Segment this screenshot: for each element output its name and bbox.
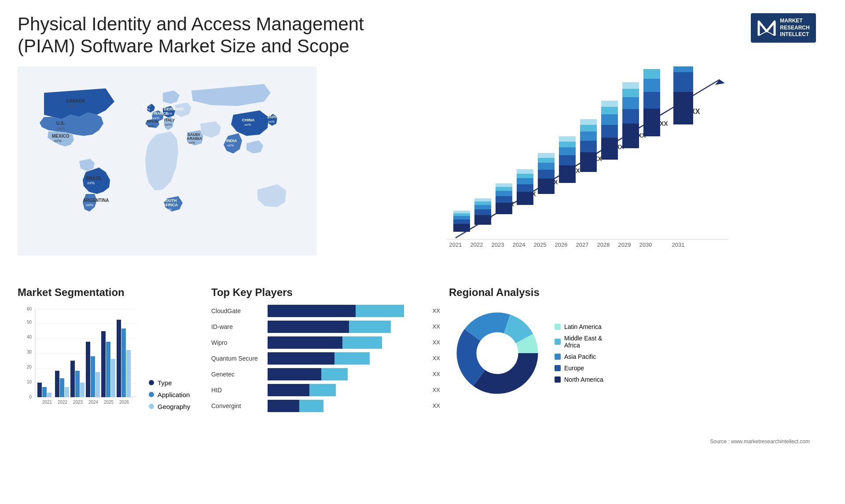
regional-title: Regional Analysis — [449, 286, 827, 299]
latin-dot — [555, 324, 561, 330]
year-2027: 2027 — [576, 241, 589, 248]
svg-rect-23 — [474, 198, 491, 201]
svg-text:2022: 2022 — [58, 400, 68, 405]
bottom-row: Market Segmentation 0 10 20 30 40 50 60 — [18, 286, 827, 436]
europe-label: Europe — [564, 365, 584, 372]
svg-rect-44 — [580, 152, 597, 172]
svg-rect-40 — [559, 155, 576, 165]
svg-rect-59 — [643, 109, 660, 136]
svg-rect-41 — [559, 147, 576, 155]
bar-seg-2 — [334, 352, 370, 365]
player-bar-wrap-cloudgate — [268, 305, 427, 317]
svg-rect-96 — [91, 356, 95, 397]
svg-rect-88 — [60, 378, 64, 397]
player-bar-wipro — [268, 336, 427, 349]
canada-label: CANADA — [66, 99, 85, 103]
bar-chart-svg: XX XX XX XX XX XX XX XX XX XX XX — [339, 66, 827, 251]
player-name-quantum: Quantum Secure — [211, 355, 264, 362]
germany-value: xx% — [165, 112, 172, 116]
uk-label: U.K. — [143, 103, 151, 107]
svg-rect-33 — [517, 169, 533, 174]
bar-seg-2 — [309, 384, 336, 396]
na-label: North America — [564, 376, 603, 383]
india-label: INDIA — [226, 139, 237, 143]
svg-rect-60 — [643, 92, 660, 109]
uk-value: xx% — [143, 107, 150, 111]
legend-mea: Middle East &Africa — [555, 335, 603, 349]
logo-container: MARKET RESEARCH INTELLECT — [739, 13, 827, 43]
application-dot — [149, 392, 154, 397]
svg-rect-47 — [580, 125, 597, 131]
china-label: CHINA — [242, 118, 255, 122]
svg-rect-36 — [538, 163, 555, 170]
svg-rect-31 — [517, 178, 533, 184]
mexico-label: MEXICO — [52, 134, 70, 139]
svg-rect-42 — [559, 142, 576, 147]
year-2024: 2024 — [513, 241, 525, 248]
svg-rect-92 — [75, 371, 80, 397]
player-bar-wrap-convergint — [268, 400, 427, 412]
logo-text: MARKET RESEARCH INTELLECT — [780, 18, 809, 38]
player-bar-wrap-genetec — [268, 368, 427, 380]
player-xx-cloudgate: XX — [433, 305, 440, 317]
type-dot — [149, 380, 154, 385]
svg-rect-53 — [601, 101, 618, 107]
year-2025: 2025 — [534, 241, 547, 248]
player-bar-wrap-idware — [268, 321, 427, 333]
svg-text:0: 0 — [29, 394, 32, 399]
player-name-wipro: Wipro — [211, 339, 264, 346]
svg-rect-48 — [580, 119, 597, 125]
geography-label: Geography — [158, 403, 190, 410]
india-value: xx% — [227, 143, 234, 147]
svg-rect-105 — [126, 350, 131, 397]
player-name-convergint: Convergint — [211, 402, 264, 409]
svg-rect-104 — [121, 329, 126, 397]
legend-geography: Geography — [149, 403, 190, 410]
svg-rect-101 — [111, 359, 115, 397]
brazil-label: BRAZIL — [86, 176, 102, 181]
player-xx-wipro: XX — [433, 336, 440, 349]
svg-text:2025: 2025 — [104, 400, 114, 405]
player-row-convergint: Convergint XX — [211, 400, 440, 412]
bar-seg-2 — [356, 305, 404, 317]
brazil-value: xx% — [87, 181, 95, 185]
svg-rect-66 — [673, 66, 693, 72]
player-name-genetec: Genetec — [211, 371, 264, 378]
bar-seg-2 — [342, 336, 382, 349]
svg-rect-95 — [86, 342, 90, 397]
header: Physical Identity and Access Management … — [0, 0, 845, 66]
svg-rect-32 — [517, 174, 533, 178]
segmentation-panel: Market Segmentation 0 10 20 30 40 50 60 — [18, 286, 202, 436]
svg-rect-58 — [622, 82, 639, 89]
svg-rect-61 — [643, 79, 660, 92]
svg-rect-51 — [601, 114, 618, 125]
svg-rect-18 — [453, 211, 470, 213]
svg-text:60: 60 — [27, 307, 32, 311]
svg-rect-57 — [622, 89, 639, 97]
player-name-idware: ID-ware — [211, 323, 264, 330]
world-map-svg: CANADA xx% U.S. xx% MEXICO xx% BRAZIL xx… — [18, 66, 317, 256]
player-bar-convergint — [268, 400, 427, 412]
bar-seg-1 — [268, 384, 309, 396]
bar-seg-1 — [268, 336, 342, 349]
svg-text:30: 30 — [27, 350, 32, 354]
bar-seg-2 — [321, 368, 348, 380]
bar-seg-2 — [349, 321, 391, 333]
sa-value: xx% — [165, 208, 172, 212]
svg-rect-27 — [496, 187, 512, 191]
svg-rect-21 — [474, 205, 491, 209]
bar-seg-1 — [268, 400, 299, 412]
svg-rect-50 — [601, 125, 618, 138]
japan-label: JAPAN — [267, 115, 280, 119]
svg-rect-38 — [538, 153, 555, 158]
bar-chart-container: XX XX XX XX XX XX XX XX XX XX XX — [330, 66, 827, 278]
player-row-quantum: Quantum Secure XX — [211, 352, 440, 365]
svg-rect-20 — [474, 209, 491, 215]
svg-rect-103 — [117, 320, 121, 397]
canada-value: xx% — [68, 104, 76, 108]
logo-box: MARKET RESEARCH INTELLECT — [751, 13, 816, 43]
year-2031: 2031 — [672, 241, 685, 248]
spain-label: SPAIN — [147, 119, 158, 124]
player-name-hid: HID — [211, 387, 264, 394]
china-value: xx% — [244, 123, 251, 127]
